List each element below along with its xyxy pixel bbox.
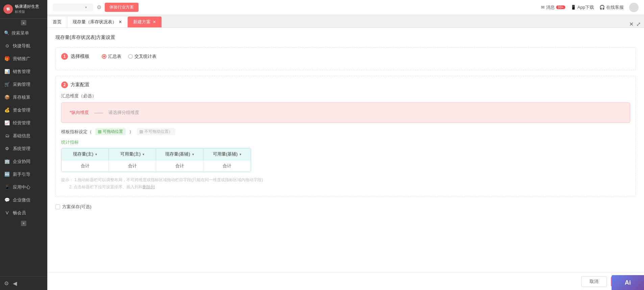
tab-home-label: 首页: [53, 19, 61, 25]
sidebar-item-operations[interactable]: 📈 经营管理: [0, 117, 47, 129]
window-controls: ✕ ⤢: [629, 21, 644, 27]
tab-inventory[interactable]: 现存量（库存状况表） ✕: [67, 17, 128, 27]
col-header-1[interactable]: 可用量(主) ▾: [109, 148, 156, 160]
non-draggable-label: 不可拖动位置）: [144, 129, 173, 135]
col-3-chevron-icon: ▾: [240, 152, 241, 156]
avatar[interactable]: [629, 3, 639, 12]
sidebar-item-search[interactable]: 🔍 搜索菜单: [0, 27, 47, 40]
topbar-gear-icon[interactable]: ⚙: [97, 4, 101, 10]
tab-new-plan-close[interactable]: ✕: [153, 20, 156, 24]
sidebar-item-label: 销售管理: [13, 69, 30, 75]
main-area: ▾ ⚙ 体验行业方案 ✉ 消息 99+ 📱 App下载 🎧 在线客服 首页: [47, 0, 644, 290]
sidebar-item-label: 系统管理: [13, 146, 30, 152]
purchase-icon: 🛒: [4, 81, 10, 88]
non-draggable-indicator: [140, 130, 143, 134]
message-label: 消息: [546, 4, 555, 10]
save-label: 方案保存(可选): [62, 204, 92, 210]
radio-cross-circle: [128, 54, 133, 59]
sidebar-scroll-down[interactable]: ▼: [21, 221, 26, 226]
sidebar-item-quick-nav[interactable]: ⊙ 快捷导航: [0, 40, 47, 52]
stats-table-header: 现存量(主) ▾ 可用量(主) ▾ 现存量(基辅) ▾ 可用量(基辅) ▾: [61, 148, 251, 160]
app-download-item[interactable]: 📱 App下载: [571, 4, 594, 10]
dimension-placeholder: 请选择分组维度: [108, 110, 139, 116]
enterprise-icon: 🏢: [4, 159, 10, 165]
section-plan-config: 2 方案配置 汇总维度（必选） *纵向维度 —— 请选择分组维度 模板指标设定（…: [55, 76, 636, 197]
dimension-area[interactable]: *纵向维度 —— 请选择分组维度: [61, 102, 630, 123]
tab-inventory-close[interactable]: ✕: [119, 20, 122, 24]
topbar-right: ✉ 消息 99+ 📱 App下载 🎧 在线客服: [541, 3, 639, 12]
collapse-icon[interactable]: ◀: [13, 280, 17, 287]
ai-badge[interactable]: Ai: [612, 275, 644, 290]
topbar-search-input[interactable]: [56, 5, 83, 10]
tab-home[interactable]: 首页: [47, 17, 67, 27]
stats-table-row: 合计 合计 合计 合计: [61, 160, 251, 172]
col-header-0[interactable]: 现存量(主) ▾: [61, 148, 109, 160]
search-icon: 🔍: [4, 30, 9, 35]
sidebar-item-enterprise[interactable]: 🏢 企业协同: [0, 155, 47, 168]
logo-icon: 畅: [3, 4, 13, 14]
sidebar-scroll-up[interactable]: ▲: [21, 20, 26, 25]
sidebar-item-label: 资金管理: [13, 107, 30, 113]
sidebar-item-label: 基础信息: [13, 133, 30, 139]
sidebar-search-label: 搜索菜单: [11, 30, 29, 36]
message-item[interactable]: ✉ 消息 99+: [541, 4, 565, 10]
stats-table: 现存量(主) ▾ 可用量(主) ▾ 现存量(基辅) ▾ 可用量(基辅) ▾: [61, 148, 251, 172]
save-checkbox[interactable]: [55, 204, 60, 209]
sidebar-item-member[interactable]: V 畅会员: [0, 207, 47, 219]
sidebar-item-label: 库存核算: [13, 94, 30, 100]
finance-icon: 💰: [4, 107, 10, 113]
sidebar-item-label: 企业协同: [13, 159, 30, 165]
sidebar-item-inventory[interactable]: 📦 库存核算: [0, 91, 47, 104]
tab-inventory-label: 现存量（库存状况表）: [73, 19, 117, 25]
save-option: 方案保存(可选): [55, 204, 636, 210]
sidebar-item-label: 畅会员: [13, 210, 26, 216]
col-0-chevron-icon: ▾: [95, 152, 97, 156]
col-2-chevron-icon: ▾: [192, 152, 194, 156]
tab-new-plan[interactable]: 新建方案 ✕: [128, 17, 162, 27]
indicator-settings: 模板指标设定（ 可拖动位置 ） 不可拖动位置）: [61, 128, 630, 135]
delete-col-link[interactable]: 删除列: [143, 185, 155, 189]
draggable-label: 可拖动位置: [103, 129, 123, 135]
radio-cross[interactable]: 交叉统计表: [128, 53, 156, 59]
sidebar-item-marketing[interactable]: 🎁 营销推广: [0, 52, 47, 65]
sidebar-item-basic-info[interactable]: 🗂 基础信息: [0, 129, 47, 142]
section-choose-template: 1 选择模板 汇总表 交叉统计表: [55, 47, 636, 70]
draggable-indicator: [98, 130, 101, 134]
col-header-1-label: 可用量(主): [120, 151, 141, 157]
sidebar-item-purchase[interactable]: 🛒 采购管理: [0, 78, 47, 91]
section2-header: 2 方案配置: [61, 81, 630, 88]
col-header-2[interactable]: 现存量(基辅) ▾: [156, 148, 203, 160]
close-panel-icon[interactable]: ✕: [629, 21, 634, 27]
sidebar-item-app-center[interactable]: 📱 应用中心: [0, 181, 47, 194]
section2-number: 2: [61, 81, 68, 88]
app-download-label: App下载: [577, 4, 594, 10]
sidebar-item-guide[interactable]: 🆕 新手引导: [0, 168, 47, 181]
col-header-3[interactable]: 可用量(基辅) ▾: [203, 148, 251, 160]
topbar-search-area[interactable]: ▾: [53, 4, 93, 11]
app-download-icon: 📱: [571, 5, 576, 10]
sidebar-item-label: 快捷导航: [13, 43, 30, 49]
expand-icon[interactable]: ⤢: [636, 21, 641, 27]
section1-number: 1: [61, 53, 68, 60]
topbar: ▾ ⚙ 体验行业方案 ✉ 消息 99+ 📱 App下载 🎧 在线客服: [47, 0, 644, 15]
radio-summary[interactable]: 汇总表: [102, 53, 121, 59]
col-cell-0: 合计: [61, 160, 109, 172]
sidebar-item-label: 营销推广: [13, 56, 30, 62]
chevron-down-icon: ▾: [85, 5, 87, 9]
online-service-item[interactable]: 🎧 在线客服: [599, 4, 624, 10]
dimension-required-label: 汇总维度（必选）: [61, 93, 630, 99]
indicator-draggable-tag: 可拖动位置: [95, 128, 126, 135]
stats-label: 统计指标: [61, 139, 630, 145]
sidebar-item-finance[interactable]: 💰 资金管理: [0, 104, 47, 117]
dimension-divider: ——: [94, 110, 103, 115]
info-icon: 🗂: [4, 133, 10, 139]
sales-icon: 📊: [4, 69, 10, 75]
sidebar-item-sales[interactable]: 📊 销售管理: [0, 65, 47, 78]
trial-button[interactable]: 体验行业方案: [105, 3, 139, 12]
settings-icon[interactable]: ⚙: [4, 280, 9, 287]
sidebar-item-system[interactable]: ⚙ 系统管理: [0, 142, 47, 155]
ai-label: Ai: [625, 279, 631, 286]
sidebar-item-wechat[interactable]: 💬 企业微信: [0, 194, 47, 207]
col-cell-1: 合计: [109, 160, 156, 172]
cancel-button[interactable]: 取消: [581, 276, 607, 287]
